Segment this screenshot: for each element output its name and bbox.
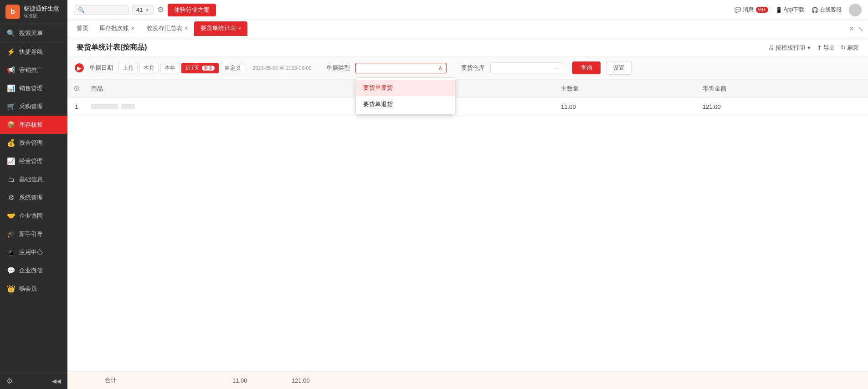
search-icon: 🔍 — [6, 29, 15, 38]
goods-placeholder-1 — [91, 104, 118, 109]
row-amount: 121.00 — [697, 98, 868, 116]
sidebar-bottom: ⚙ ◀◀ — [0, 373, 67, 389]
date-filter-label: 单据日期 — [89, 64, 113, 72]
tab-close-icon[interactable]: × — [238, 26, 241, 31]
online-service-item[interactable]: 🎧 在线客服 — [812, 6, 842, 14]
dropdown-arrow-icon: ▼ — [144, 7, 149, 13]
sales-icon: 📊 — [6, 84, 15, 93]
headset-icon: 🎧 — [812, 7, 818, 13]
sidebar-item-marketing[interactable]: 📢 营销推广 — [0, 61, 67, 79]
topbar: 🔍 41 ▼ ⚙ 体验行业方案 💬 消息 99+ 📱 App下载 🎧 在线 — [67, 0, 868, 20]
messages-icon: 💬 — [734, 7, 741, 13]
logo: b 畅捷通好生意 标准版 — [0, 0, 67, 24]
refresh-btn[interactable]: ↻ 刷新 — [841, 44, 859, 52]
logo-icon: b — [5, 5, 20, 19]
tab-home[interactable]: 首页 — [72, 21, 93, 36]
type-select-box[interactable]: ∧ — [355, 63, 447, 73]
type-filter-label: 单据类型 — [326, 64, 350, 72]
sidebar-item-cooperation[interactable]: 🤝 企业协同 — [0, 207, 67, 225]
baseinfo-icon: 🗂 — [6, 175, 15, 184]
dropdown-item-order-return[interactable]: 要货单退货 — [356, 96, 455, 113]
main: 🔍 41 ▼ ⚙ 体验行业方案 💬 消息 99+ 📱 App下载 🎧 在线 — [67, 0, 868, 389]
tab-inventory-batch[interactable]: 库存批次账 × — [93, 21, 140, 36]
sidebar-item-purchase[interactable]: 🛒 采购管理 — [0, 97, 67, 116]
page-actions: 🖨 按模板打印 ▼ ⬆ 导出 ↻ 刷新 — [768, 44, 859, 52]
tabbar: 首页 库存批次账 × 收发存汇总表 × 要货单统计表 × ✕ ⤡ — [67, 20, 868, 37]
tab-receive-summary[interactable]: 收发存汇总表 × — [140, 21, 194, 36]
sidebar-item-appcenter[interactable]: 📱 应用中心 — [0, 243, 67, 261]
appcenter-icon: 📱 — [6, 248, 15, 257]
date-btn-this-month[interactable]: 本月 — [139, 63, 159, 73]
type-input[interactable] — [360, 65, 438, 72]
type-select-wrapper: ∧ 要货单要货 要货单退货 — [355, 63, 447, 73]
topbar-search-box[interactable]: 🔍 — [74, 5, 128, 15]
warehouse-filter-label: 要货仓库 — [461, 64, 485, 72]
tab-close-icon[interactable]: × — [131, 26, 134, 31]
sidebar-item-baseinfo[interactable]: 🗂 基础信息 — [0, 170, 67, 189]
purchase-icon: 🛒 — [6, 102, 15, 111]
date-group: 上月 本月 本年 近7天 更多 自定义 — [118, 63, 245, 73]
total-section: 合计 11.00 121.00 — [67, 371, 868, 389]
date-range-display: 2023-05-06 至 2023-06-06 — [252, 65, 312, 72]
app-download-item[interactable]: 📱 App下载 — [776, 6, 804, 14]
sidebar: b 畅捷通好生意 标准版 🔍 搜索菜单 ⚡ 快捷导航 📢 营销推广 📊 销售管理… — [0, 0, 67, 389]
tab-close-icon[interactable]: × — [185, 26, 187, 31]
print-btn[interactable]: 🖨 按模板打印 ▼ — [768, 44, 812, 52]
dropdown-item-order-goods[interactable]: 要货单要货 — [356, 80, 455, 96]
sidebar-item-member[interactable]: 👑 畅会员 — [0, 280, 67, 298]
sidebar-item-finance[interactable]: 💰 资金管理 — [0, 134, 67, 152]
export-btn[interactable]: ⬆ 导出 — [817, 44, 835, 52]
table-row: 1 块 11.00 121.00 — [67, 98, 868, 116]
sidebar-item-search[interactable]: 🔍 搜索菜单 — [0, 24, 67, 43]
topbar-settings-icon[interactable]: ⚙ — [157, 5, 164, 15]
refresh-icon: ↻ — [841, 44, 846, 51]
sidebar-item-quicknav[interactable]: ⚡ 快捷导航 — [0, 43, 67, 61]
print-icon: 🖨 — [768, 44, 774, 51]
col-settings[interactable]: ⚙ — [67, 80, 86, 98]
warehouse-select-box[interactable]: ··· — [490, 62, 563, 73]
row-index: 1 — [67, 98, 86, 116]
sidebar-item-inventory[interactable]: 📦 库存核算 — [0, 116, 67, 134]
trial-btn[interactable]: 体验行业方案 — [168, 4, 216, 16]
query-btn[interactable]: 查询 — [572, 61, 601, 74]
total-label: 合计 — [91, 376, 205, 384]
data-table: ⚙ 商品 主计量单位 主数量 零售金额 — [67, 80, 868, 116]
date-btn-last-month[interactable]: 上月 — [118, 63, 138, 73]
app-download-icon: 📱 — [776, 7, 782, 13]
finance-icon: 💰 — [6, 138, 15, 148]
type-dropdown-arrow: ∧ — [438, 65, 442, 71]
date-btn-7days[interactable]: 近7天 更多 — [181, 63, 219, 73]
weixin-icon: 💬 — [6, 266, 15, 275]
sidebar-item-system[interactable]: ⚙ 系统管理 — [0, 189, 67, 207]
col-amount: 零售金额 — [697, 80, 868, 98]
page-header: 要货单统计表(按商品) 🖨 按模板打印 ▼ ⬆ 导出 ↻ 刷新 — [67, 37, 868, 56]
total-row: 合计 11.00 121.00 — [67, 371, 868, 389]
topbar-right: 💬 消息 99+ 📱 App下载 🎧 在线客服 — [734, 4, 862, 16]
tab-order-stats[interactable]: 要货单统计表 × — [194, 21, 247, 36]
sidebar-collapse-icon[interactable]: ◀◀ — [52, 378, 61, 384]
sidebar-item-sales[interactable]: 📊 销售管理 — [0, 79, 67, 97]
row-quantity: 11.00 — [555, 98, 697, 116]
sidebar-item-operations[interactable]: 📈 经营管理 — [0, 152, 67, 170]
total-amount: 121.00 — [292, 377, 351, 384]
messages-item[interactable]: 💬 消息 99+ — [734, 6, 768, 14]
sidebar-item-weixin[interactable]: 💬 企业微信 — [0, 261, 67, 280]
settings-btn[interactable]: 设置 — [606, 61, 632, 75]
tab-close-all-icon[interactable]: ✕ — [849, 25, 854, 32]
sidebar-settings-icon[interactable]: ⚙ — [6, 377, 13, 385]
expand-filter-btn[interactable]: ▶ — [75, 63, 84, 72]
tab-expand-icon[interactable]: ⤡ — [858, 25, 863, 32]
sidebar-item-guide[interactable]: 🎓 新手引导 — [0, 225, 67, 243]
export-icon: ⬆ — [817, 44, 822, 51]
logo-text: 畅捷通好生意 标准版 — [24, 5, 59, 19]
quick-nav-icon: ⚡ — [6, 47, 15, 56]
total-quantity: 11.00 — [232, 377, 292, 384]
date-btn-custom[interactable]: 自定义 — [221, 63, 245, 73]
page-title: 要货单统计表(按商品) — [77, 43, 147, 52]
table-header-row: ⚙ 商品 主计量单位 主数量 零售金额 — [67, 80, 868, 98]
avatar[interactable] — [849, 4, 862, 16]
date-btn-this-year[interactable]: 本年 — [160, 63, 180, 73]
guide-icon: 🎓 — [6, 230, 15, 239]
topbar-left: 🔍 41 ▼ ⚙ 体验行业方案 — [74, 4, 734, 16]
table-container: ⚙ 商品 主计量单位 主数量 零售金额 — [67, 80, 868, 116]
